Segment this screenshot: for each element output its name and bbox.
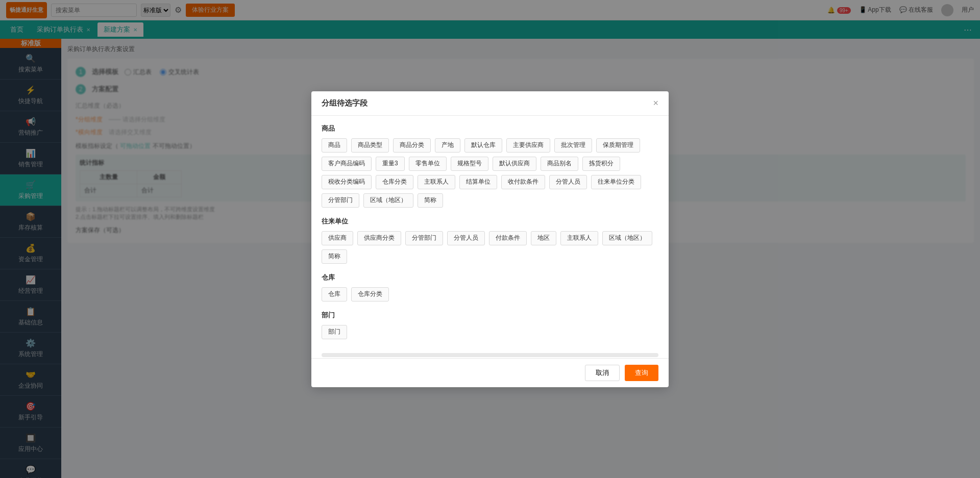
field-goods-22[interactable]: 分管部门 xyxy=(322,193,359,208)
section-warehouse-title: 仓库 xyxy=(322,273,658,282)
section-goods: 商品 商品 商品类型 商品分类 产地 默认仓库 主要供应商 批次管理 保质期管理… xyxy=(322,124,658,208)
cancel-button[interactable]: 取消 xyxy=(585,365,620,381)
field-goods-3[interactable]: 产地 xyxy=(435,138,460,153)
field-cp-1[interactable]: 供应商分类 xyxy=(357,231,401,245)
field-goods-8[interactable]: 客户商品编码 xyxy=(322,157,372,171)
modal-body: 商品 商品 商品类型 商品分类 产地 默认仓库 主要供应商 批次管理 保质期管理… xyxy=(311,116,669,348)
field-dept-0[interactable]: 部门 xyxy=(322,325,347,339)
field-goods-7[interactable]: 保质期管理 xyxy=(596,138,640,153)
field-goods-19[interactable]: 收付款条件 xyxy=(501,175,545,189)
main-layout: 标准版 🔍 搜索菜单 ⚡ 快捷导航 📢 营销推广 📊 销售管理 🛒 采购管理 📦… xyxy=(0,39,980,478)
field-goods-21[interactable]: 往来单位分类 xyxy=(591,175,641,189)
field-cp-8[interactable]: 简称 xyxy=(322,249,347,264)
modal-title: 分组待选字段 xyxy=(322,98,368,108)
field-goods-0[interactable]: 商品 xyxy=(322,138,347,153)
modal-header: 分组待选字段 × xyxy=(311,91,669,116)
field-cp-0[interactable]: 供应商 xyxy=(322,231,353,245)
field-goods-14[interactable]: 拣货积分 xyxy=(582,157,620,171)
field-wh-0[interactable]: 仓库 xyxy=(322,287,347,301)
section-goods-grid: 商品 商品类型 商品分类 产地 默认仓库 主要供应商 批次管理 保质期管理 客户… xyxy=(322,138,658,208)
field-goods-12[interactable]: 默认供应商 xyxy=(493,157,536,171)
section-dept-grid: 部门 xyxy=(322,325,658,339)
section-counterparty: 往来单位 供应商 供应商分类 分管部门 分管人员 付款条件 地区 主联系人 区域… xyxy=(322,217,658,264)
field-goods-5[interactable]: 主要供应商 xyxy=(506,138,550,153)
field-cp-5[interactable]: 地区 xyxy=(531,231,556,245)
section-goods-title: 商品 xyxy=(322,124,658,133)
modal-close-btn[interactable]: × xyxy=(653,98,658,108)
field-goods-1[interactable]: 商品类型 xyxy=(351,138,389,153)
field-goods-16[interactable]: 仓库分类 xyxy=(376,175,413,189)
field-goods-9[interactable]: 重量3 xyxy=(376,157,405,171)
field-goods-17[interactable]: 主联系人 xyxy=(418,175,455,189)
section-dept: 部门 部门 xyxy=(322,311,658,339)
field-goods-20[interactable]: 分管人员 xyxy=(549,175,587,189)
field-goods-11[interactable]: 规格型号 xyxy=(451,157,488,171)
confirm-button[interactable]: 查询 xyxy=(625,365,658,381)
section-dept-title: 部门 xyxy=(322,311,658,320)
modal-scrollbar-h xyxy=(311,348,669,358)
modal-footer: 取消 查询 xyxy=(311,358,669,387)
modal-overlay: 分组待选字段 × 商品 商品 商品类型 商品分类 产地 默认仓库 主要供应商 xyxy=(61,39,980,478)
field-wh-1[interactable]: 仓库分类 xyxy=(351,287,389,301)
field-goods-24[interactable]: 简称 xyxy=(418,193,443,208)
field-goods-18[interactable]: 结算单位 xyxy=(459,175,497,189)
field-goods-15[interactable]: 税收分类编码 xyxy=(322,175,372,189)
field-goods-13[interactable]: 商品别名 xyxy=(541,157,578,171)
field-cp-7[interactable]: 区域（地区） xyxy=(602,231,652,245)
field-goods-4[interactable]: 默认仓库 xyxy=(464,138,502,153)
section-counterparty-grid: 供应商 供应商分类 分管部门 分管人员 付款条件 地区 主联系人 区域（地区） … xyxy=(322,231,658,264)
field-cp-6[interactable]: 主联系人 xyxy=(560,231,598,245)
field-select-modal: 分组待选字段 × 商品 商品 商品类型 商品分类 产地 默认仓库 主要供应商 xyxy=(311,91,669,387)
field-cp-3[interactable]: 分管人员 xyxy=(447,231,485,245)
field-goods-2[interactable]: 商品分类 xyxy=(393,138,431,153)
section-counterparty-title: 往来单位 xyxy=(322,217,658,226)
section-warehouse: 仓库 仓库 仓库分类 xyxy=(322,273,658,301)
field-goods-23[interactable]: 区域（地区） xyxy=(363,193,413,208)
field-cp-2[interactable]: 分管部门 xyxy=(405,231,443,245)
section-warehouse-grid: 仓库 仓库分类 xyxy=(322,287,658,301)
field-cp-4[interactable]: 付款条件 xyxy=(489,231,527,245)
content-area: 采购订单执行表方案设置 1 选择模板 汇总表 交叉统计表 2 方案配置 xyxy=(61,39,980,478)
field-goods-6[interactable]: 批次管理 xyxy=(554,138,592,153)
field-goods-10[interactable]: 零售单位 xyxy=(409,157,447,171)
